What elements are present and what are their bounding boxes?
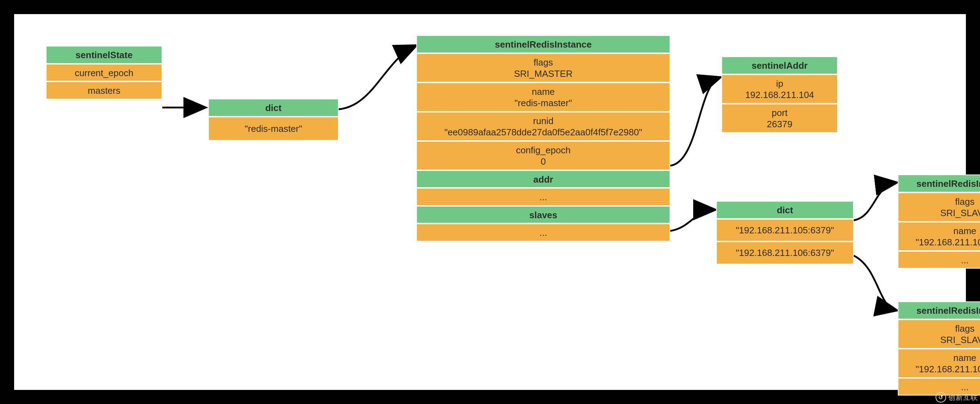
slave2-name-label: name — [900, 352, 980, 364]
dict-slaves-entry-1: "192.168.211.105:6379" — [716, 219, 854, 242]
dict-slaves-box: dict "192.168.211.105:6379" "192.168.211… — [716, 201, 854, 265]
instance-master-box: sentinelRedisInstance flags SRI_MASTER n… — [416, 35, 670, 241]
flags-value: SRI_MASTER — [418, 68, 668, 80]
config-epoch-value: 0 — [418, 156, 668, 168]
watermark-icon: ↺ — [935, 392, 946, 402]
sentinel-state-title: sentinelState — [46, 46, 162, 64]
sentinel-state-box: sentinelState current_epoch masters — [46, 46, 162, 100]
instance-master-addr: addr — [416, 170, 670, 188]
instance-slave1-name: name "192.168.211.106:6379" — [898, 222, 980, 251]
name-label: name — [418, 86, 668, 98]
dict-masters-title: dict — [208, 99, 339, 117]
sentinel-addr-title: sentinelAddr — [721, 56, 838, 74]
instance-master-slaves: slaves — [416, 206, 670, 224]
instance-slave1-box: sentinelRedisInstance flags SRI_SLAVE na… — [898, 174, 980, 269]
instance-slave1-flags: flags SRI_SLAVE — [898, 192, 980, 222]
sentinel-addr-box: sentinelAddr ip 192.168.211.104 port 263… — [721, 56, 838, 133]
ip-label: ip — [724, 78, 836, 90]
name-value: "redis-master" — [418, 97, 668, 109]
instance-slave2-name: name "192.168.211.105:6379" — [898, 349, 980, 378]
dict-masters-box: dict "redis-master" — [208, 99, 339, 141]
instance-slave2-box: sentinelRedisInstance flags SRI_SLAVE na… — [898, 301, 980, 396]
flags-label: flags — [418, 57, 668, 68]
port-value: 26379 — [724, 119, 836, 130]
config-epoch-label: config_epoch — [418, 144, 668, 156]
sentinel-state-masters: masters — [46, 81, 162, 100]
dict-masters-entry: "redis-master" — [208, 117, 339, 141]
slave1-flags-value: SRI_SLAVE — [900, 207, 980, 219]
dict-slaves-entry-2: "192.168.211.106:6379" — [716, 241, 854, 265]
runid-label: runid — [418, 115, 668, 127]
instance-master-dots1: ... — [416, 188, 670, 206]
slave2-flags-label: flags — [900, 323, 980, 334]
instance-master-name: name "redis-master" — [416, 82, 670, 112]
slave1-name-value: "192.168.211.106:6379" — [900, 236, 980, 248]
instance-master-flags: flags SRI_MASTER — [416, 53, 670, 82]
watermark-text: 创新互联 — [948, 393, 978, 402]
instance-master-title: sentinelRedisInstance — [416, 35, 670, 53]
slave1-name-label: name — [900, 225, 980, 237]
instance-slave1-dots: ... — [898, 251, 980, 269]
dict-slaves-title: dict — [716, 201, 854, 219]
runid-value: "ee0989afaa2578dde27da0f5e2aa0f4f5f7e298… — [418, 127, 668, 138]
sentinel-state-current-epoch: current_epoch — [46, 64, 162, 82]
port-label: port — [724, 107, 836, 119]
sentinel-addr-port: port 26379 — [721, 104, 838, 133]
slave1-flags-label: flags — [900, 196, 980, 208]
instance-master-runid: runid "ee0989afaa2578dde27da0f5e2aa0f4f5… — [416, 112, 670, 141]
diagram-canvas: sentinelState current_epoch masters dict… — [14, 14, 966, 390]
instance-slave1-title: sentinelRedisInstance — [898, 174, 980, 192]
instance-slave2-title: sentinelRedisInstance — [898, 301, 980, 319]
ip-value: 192.168.211.104 — [724, 89, 836, 101]
slave2-name-value: "192.168.211.105:6379" — [900, 363, 980, 375]
instance-master-dots2: ... — [416, 223, 670, 241]
watermark: ↺ 创新互联 — [935, 392, 978, 402]
sentinel-addr-ip: ip 192.168.211.104 — [721, 74, 838, 104]
instance-master-config-epoch: config_epoch 0 — [416, 141, 670, 170]
slave2-flags-value: SRI_SLAVE — [900, 334, 980, 346]
instance-slave2-flags: flags SRI_SLAVE — [898, 319, 980, 349]
